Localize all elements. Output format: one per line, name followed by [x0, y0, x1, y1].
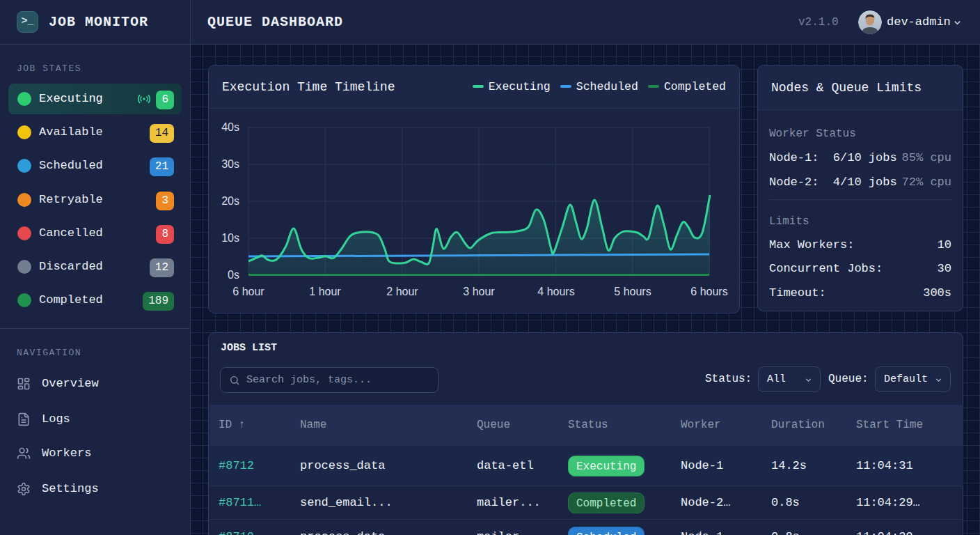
svg-text:4 hours: 4 hours [537, 286, 574, 297]
svg-text:40s: 40s [221, 121, 239, 133]
svg-text:6 hour: 6 hour [232, 286, 264, 297]
svg-text:10s: 10s [221, 232, 239, 244]
svg-text:0s: 0s [228, 269, 239, 281]
svg-text:30s: 30s [221, 158, 239, 170]
svg-text:5 hours: 5 hours [614, 286, 651, 297]
svg-text:2 hour: 2 hour [386, 286, 418, 297]
svg-text:6 hours: 6 hours [690, 286, 727, 297]
svg-text:20s: 20s [221, 195, 239, 207]
svg-text:3 hour: 3 hour [463, 286, 495, 297]
svg-text:1 hour: 1 hour [309, 286, 341, 297]
